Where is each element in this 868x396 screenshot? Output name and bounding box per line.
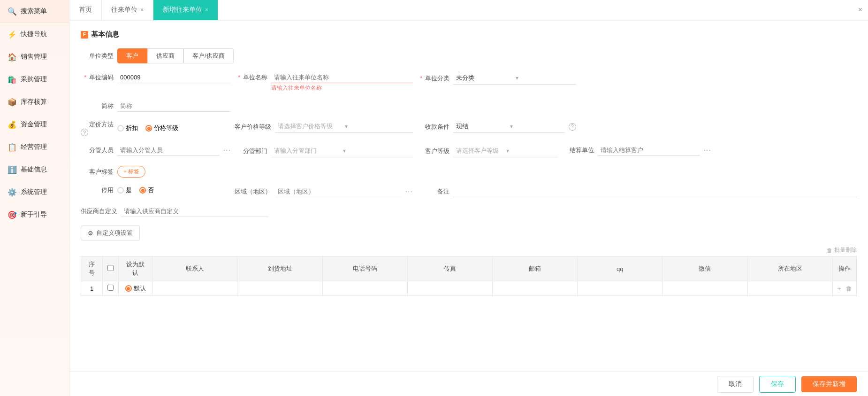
save-button[interactable]: 保存 [759, 376, 796, 393]
customer-price-level-select[interactable]: 请选择客户价格等级 ▾ [275, 120, 413, 133]
row-qq-input[interactable] [578, 281, 662, 296]
unit-type-customer[interactable]: 客户 [117, 48, 147, 63]
row-select-checkbox[interactable] [107, 285, 114, 291]
select-all-checkbox[interactable] [107, 265, 114, 271]
row-default-radio[interactable]: 默认 [123, 284, 147, 293]
close-all-tabs[interactable]: × [858, 6, 862, 14]
disabled-no[interactable]: 否 [139, 186, 154, 194]
gear-icon: ⚙ [88, 230, 93, 237]
customer-level-select[interactable]: 请选择客户等级 ▾ [453, 145, 557, 157]
department-select[interactable]: 请输入分管部门 ▾ [271, 145, 413, 157]
tab-contacts-close[interactable]: × [140, 7, 144, 13]
main-area: 首页 往来单位 × 新增往来单位 × × F 基本信息 单位类型 客户 供应 [69, 0, 868, 396]
pricing-option-level[interactable]: 价格等级 [145, 124, 178, 132]
row-delete-btn[interactable]: 🗑 [845, 285, 852, 292]
department-label: 分管部门 [235, 147, 267, 155]
row-region-input[interactable] [753, 285, 828, 292]
row-address-input[interactable] [237, 281, 322, 296]
save-and-new-button[interactable]: 保存并新增 [801, 376, 857, 392]
pricing-option-discount[interactable]: 折扣 [117, 124, 138, 132]
row-fax-input[interactable] [407, 281, 492, 296]
unit-category-select[interactable]: 未分类 ▾ [453, 72, 576, 85]
supplier-custom-input[interactable] [121, 206, 268, 217]
unit-name-error: 请输入往来单位名称 [271, 84, 413, 92]
pricing-help-icon[interactable]: ? [81, 129, 88, 136]
tab-new-contact[interactable]: 新增往来单位 × [153, 0, 218, 20]
sidebar-item-purchase[interactable]: 🛍️ 采购管理 [0, 68, 69, 91]
qq-input[interactable] [582, 285, 657, 292]
batch-delete[interactable]: 🗑 批量删除 [81, 246, 857, 254]
sidebar-item-inventory[interactable]: 📦 库存核算 [0, 91, 69, 113]
sidebar-item-search[interactable]: 🔍 搜索菜单 [0, 0, 69, 23]
cancel-button[interactable]: 取消 [717, 376, 754, 393]
business-icon: 📋 [8, 142, 17, 152]
manager-input[interactable] [117, 145, 220, 156]
sidebar-item-system[interactable]: ⚙️ 系统管理 [0, 181, 69, 203]
row-actions: + 🗑 [832, 281, 856, 296]
unit-type-both[interactable]: 客户/供应商 [183, 48, 234, 63]
sidebar-item-basic-info[interactable]: ℹ️ 基础信息 [0, 158, 69, 181]
unit-code-input[interactable] [117, 72, 231, 83]
disabled-yes-radio[interactable] [117, 187, 124, 194]
col-phone: 电话号码 [322, 256, 407, 281]
disabled-yes[interactable]: 是 [117, 186, 132, 194]
row-phone-input[interactable] [322, 281, 407, 296]
pricing-discount-radio[interactable] [117, 125, 124, 132]
sidebar-item-business[interactable]: 📋 经营管理 [0, 136, 69, 158]
unit-type-supplier[interactable]: 供应商 [147, 48, 183, 63]
sidebar-item-guide[interactable]: 🎯 新手引导 [0, 203, 69, 226]
short-name-group: 简称 [81, 101, 231, 112]
tab-home[interactable]: 首页 [69, 0, 102, 20]
add-tag-button[interactable]: + 标签 [117, 166, 145, 178]
col-fax: 传真 [407, 256, 492, 281]
row-checkbox[interactable] [103, 281, 119, 296]
settlement-more-btn[interactable]: ··· [704, 146, 711, 155]
unit-name-input[interactable] [271, 72, 413, 83]
row-add-btn[interactable]: + [838, 285, 841, 292]
department-arrow: ▾ [343, 148, 410, 154]
col-checkbox[interactable] [103, 256, 119, 281]
pricing-row: 定价方法 ? 折扣 价格等级 客户价格 [81, 120, 857, 136]
tab-bar: 首页 往来单位 × 新增往来单位 × × [69, 0, 868, 21]
phone-input[interactable] [327, 285, 403, 292]
pricing-method-label: 定价方法 ? [81, 120, 114, 136]
tab-new-contact-close[interactable]: × [205, 7, 208, 13]
unit-code-group: * 单位编码 [81, 72, 231, 83]
contact-name-input[interactable] [157, 285, 232, 292]
unit-category-label: * 单位分类 [417, 74, 449, 83]
tab-contacts[interactable]: 往来单位 × [102, 0, 153, 20]
email-input[interactable] [497, 285, 572, 292]
tab-new-contact-label: 新增往来单位 [163, 6, 202, 14]
region-more-btn[interactable]: ··· [405, 187, 413, 196]
sidebar-item-quick-nav[interactable]: ⚡ 快捷导航 [0, 23, 69, 46]
region-group: 区域（地区） ··· [235, 186, 413, 197]
row-region-input[interactable] [747, 281, 832, 296]
region-input[interactable] [275, 186, 402, 197]
sidebar-item-finance[interactable]: 💰 资金管理 [0, 113, 69, 136]
fax-input[interactable] [412, 285, 487, 292]
row-default[interactable]: 默认 [119, 281, 152, 296]
sidebar-item-sales[interactable]: 🏠 销售管理 [0, 46, 69, 68]
short-name-input[interactable] [117, 101, 231, 112]
row-email-input[interactable] [492, 281, 577, 296]
tab-contacts-label: 往来单位 [111, 6, 137, 14]
short-name-row: 简称 [81, 101, 857, 112]
unit-category-arrow: ▾ [516, 75, 573, 81]
disabled-no-radio[interactable] [139, 187, 146, 194]
custom-setting-button[interactable]: ⚙ 自定义项设置 [81, 225, 140, 241]
pricing-level-radio[interactable] [145, 125, 152, 132]
address-input[interactable] [242, 285, 317, 292]
payment-help-icon[interactable]: ? [569, 123, 576, 131]
row-contact-input[interactable] [152, 281, 237, 296]
system-icon: ⚙️ [8, 187, 17, 197]
customer-price-level-group: 客户价格等级 请选择客户价格等级 ▾ [235, 120, 413, 133]
unit-type-group: 单位类型 客户 供应商 客户/供应商 [81, 48, 857, 63]
row-wechat-input[interactable] [662, 281, 747, 296]
payment-condition-select[interactable]: 现结 ▾ [453, 120, 565, 133]
customer-level-label: 客户等级 [417, 147, 449, 155]
col-default: 设为默认 [119, 256, 152, 281]
remark-input[interactable] [453, 186, 857, 197]
settlement-unit-input[interactable] [598, 145, 700, 156]
wechat-input[interactable] [667, 285, 742, 292]
manager-more-btn[interactable]: ··· [223, 146, 231, 155]
